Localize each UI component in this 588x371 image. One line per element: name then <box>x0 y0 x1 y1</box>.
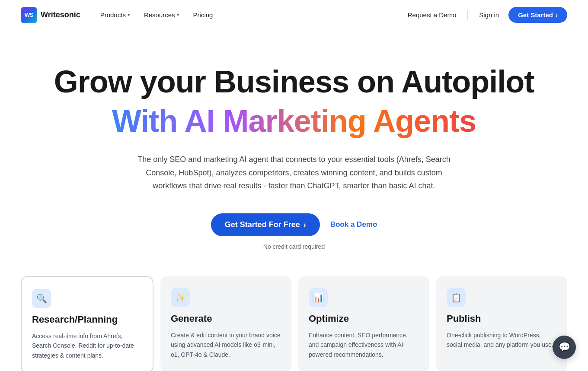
hero-title-gradient: With AI Marketing Agents <box>112 103 476 139</box>
card-description-publish: One-click publishing to WordPress, socia… <box>447 330 557 350</box>
nav-links: Products ▾ Resources ▾ Pricing <box>94 8 219 22</box>
nav-pricing[interactable]: Pricing <box>187 8 219 22</box>
request-demo-link[interactable]: Request a Demo <box>402 8 463 22</box>
card-title-generate: Generate <box>171 313 281 324</box>
card-description-research: Access real-time info from Ahrefs, Searc… <box>32 331 142 360</box>
logo-icon: WS <box>21 7 37 23</box>
get-started-nav-button[interactable]: Get Started › <box>508 7 567 23</box>
card-title-publish: Publish <box>447 313 557 324</box>
chat-button[interactable]: 💬 <box>553 336 576 359</box>
feature-cards-section: 🔍 Research/Planning Access real-time inf… <box>0 276 588 371</box>
feature-card-generate: ✨ Generate Create & edit content in your… <box>160 276 291 371</box>
nav-divider <box>467 10 468 20</box>
chat-icon: 💬 <box>559 342 570 353</box>
navbar: WS Writesonic Products ▾ Resources ▾ Pri… <box>0 0 588 30</box>
sign-in-button[interactable]: Sign in <box>473 8 505 22</box>
feature-card-optimize: 📊 Optimize Enhance content, SEO performa… <box>298 276 429 371</box>
card-icon-generate: ✨ <box>171 288 190 307</box>
products-chevron-icon: ▾ <box>128 12 130 18</box>
hero-description: The only SEO and marketing AI agent that… <box>130 153 458 193</box>
card-description-generate: Create & edit content in your brand voic… <box>171 330 281 359</box>
no-credit-card-text: No credit card required <box>263 243 325 250</box>
nav-resources[interactable]: Resources ▾ <box>138 8 185 22</box>
card-description-optimize: Enhance content, SEO performance, and ca… <box>309 330 419 359</box>
nav-left: WS Writesonic Products ▾ Resources ▾ Pri… <box>21 7 219 23</box>
feature-card-publish: 📋 Publish One-click publishing to WordPr… <box>436 276 567 371</box>
get-started-free-button[interactable]: Get Started For Free › <box>211 213 320 236</box>
card-icon-publish: 📋 <box>447 288 466 307</box>
card-icon-research: 🔍 <box>32 289 51 308</box>
get-started-arrow-icon: › <box>556 11 558 19</box>
feature-card-research: 🔍 Research/Planning Access real-time inf… <box>21 276 153 371</box>
nav-right: Request a Demo Sign in Get Started › <box>402 7 567 23</box>
cta-arrow-icon: › <box>304 220 306 229</box>
hero-title-main: Grow your Business on Autopilot <box>54 65 534 99</box>
brand-name: Writesonic <box>41 10 80 19</box>
card-title-optimize: Optimize <box>309 313 419 324</box>
hero-cta-row: Get Started For Free › Book a Demo <box>211 213 377 236</box>
card-icon-optimize: 📊 <box>309 288 328 307</box>
nav-products[interactable]: Products ▾ <box>94 8 136 22</box>
resources-chevron-icon: ▾ <box>177 12 179 18</box>
logo[interactable]: WS Writesonic <box>21 7 80 23</box>
card-title-research: Research/Planning <box>32 314 142 325</box>
hero-section: Grow your Business on Autopilot With AI … <box>0 30 588 276</box>
book-demo-link[interactable]: Book a Demo <box>330 220 377 229</box>
